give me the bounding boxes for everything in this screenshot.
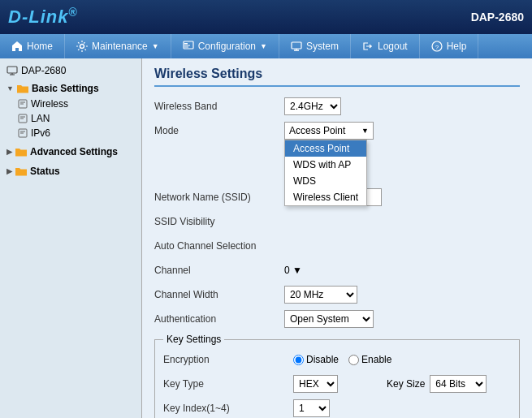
mode-dropdown-container: Access Point ▼ Access Point WDS with AP … — [284, 122, 374, 140]
header: D-Link® DAP-2680 — [0, 0, 532, 34]
nav-configuration-arrow: ▼ — [260, 42, 267, 50]
gear-icon — [76, 41, 88, 52]
sidebar-advanced-label: Advanced Settings — [30, 146, 118, 157]
sidebar-child-lan[interactable]: LAN — [0, 111, 141, 126]
key-index-label: Key Index(1~4) — [163, 403, 293, 414]
main-layout: DAP-2680 ▼ Basic Settings Wireless LAN I… — [0, 58, 532, 418]
ssid-visibility-row: SSID Visibility — [154, 212, 520, 231]
system-icon — [291, 41, 302, 52]
authentication-row: Authentication Open System WPA-Personal … — [154, 309, 520, 329]
encryption-enable-text: Enable — [361, 354, 391, 365]
sidebar-item-device[interactable]: DAP-2680 — [0, 62, 141, 79]
encryption-enable-radio[interactable] — [348, 355, 359, 365]
sidebar-child-ipv6[interactable]: IPv6 — [0, 126, 141, 140]
nav-logout-label: Logout — [378, 41, 408, 52]
nav-system-label: System — [306, 41, 339, 52]
encryption-disable-text: Disable — [306, 354, 339, 365]
nav-configuration-label: Configuration — [198, 41, 256, 52]
key-size-select[interactable]: 64 Bits 128 Bits — [430, 375, 487, 393]
svg-rect-2 — [184, 43, 188, 45]
auto-channel-label: Auto Channel Selection — [154, 240, 284, 252]
nav-help-label: Help — [447, 41, 467, 52]
sidebar-status-label: Status — [30, 166, 60, 177]
sidebar-child-wireless[interactable]: Wireless — [0, 97, 141, 111]
svg-rect-3 — [184, 45, 190, 46]
nav-maintenance-label: Maintenance — [92, 41, 148, 52]
sidebar-group-basic: ▼ Basic Settings Wireless LAN IPv6 — [0, 79, 141, 142]
page-icon-wireless — [18, 99, 28, 109]
sidebar-basic-settings[interactable]: ▼ Basic Settings — [0, 80, 141, 97]
encryption-radio-group: Disable Enable — [293, 354, 391, 365]
ssid-label: Network Name (SSID) — [154, 192, 284, 203]
mode-select-button[interactable]: Access Point ▼ — [284, 122, 374, 140]
mode-dropdown-arrow: ▼ — [361, 127, 369, 135]
key-index-select[interactable]: 1 2 3 4 — [293, 399, 330, 417]
mode-option-wireless-client[interactable]: Wireless Client — [285, 189, 366, 205]
config-icon — [183, 41, 194, 52]
encryption-enable-label[interactable]: Enable — [348, 354, 391, 365]
nav-home-label: Home — [27, 41, 53, 52]
sidebar-group-advanced: ▶ Advanced Settings — [0, 142, 141, 162]
sidebar-lan-label: LAN — [31, 113, 50, 124]
encryption-row: Encryption Disable Enable — [163, 350, 511, 369]
logo: D-Link® — [8, 6, 78, 28]
authentication-select[interactable]: Open System WPA-Personal WPA2-Personal W… — [284, 310, 374, 328]
channel-value: 0 ▼ — [284, 265, 302, 276]
folder-icon-status — [15, 166, 27, 176]
expand-icon-advanced: ▶ — [6, 148, 12, 156]
nav-maintenance-arrow: ▼ — [152, 42, 159, 50]
key-type-select[interactable]: HEX ASCII — [293, 375, 338, 393]
sidebar-device-label: DAP-2680 — [21, 65, 66, 76]
key-settings-fieldset: Key Settings Encryption Disable Enable K… — [154, 334, 520, 418]
wireless-band-select[interactable]: 2.4GHz 5GHz — [284, 97, 341, 115]
sidebar-advanced-settings[interactable]: ▶ Advanced Settings — [0, 144, 141, 160]
page-icon-lan — [18, 114, 28, 123]
nav-configuration[interactable]: Configuration ▼ — [171, 34, 279, 58]
logo-mark: ® — [68, 6, 77, 19]
mode-dropdown-menu: Access Point WDS with AP WDS Wireless Cl… — [284, 140, 367, 206]
expand-icon-status: ▶ — [6, 167, 12, 175]
home-icon — [11, 41, 23, 52]
channel-row: Channel 0 ▼ — [154, 261, 520, 280]
nav-home[interactable]: Home — [0, 34, 65, 58]
channel-label: Channel — [154, 265, 284, 276]
mode-selected-value: Access Point — [289, 125, 345, 136]
nav-system[interactable]: System — [279, 34, 351, 58]
logout-icon — [362, 41, 374, 52]
svg-rect-4 — [184, 47, 188, 48]
key-index-row: Key Index(1~4) 1 2 3 4 — [163, 399, 511, 418]
key-type-row: Key Type HEX ASCII Key Size 64 Bits 128 … — [163, 374, 511, 394]
channel-width-label: Channel Width — [154, 289, 284, 300]
mode-label: Mode — [154, 125, 284, 136]
nav-help[interactable]: ? Help — [420, 34, 479, 58]
sidebar: DAP-2680 ▼ Basic Settings Wireless LAN I… — [0, 58, 142, 418]
key-settings-legend: Key Settings — [163, 334, 224, 345]
channel-width-row: Channel Width 20 MHz 40 MHz — [154, 285, 520, 304]
encryption-disable-radio[interactable] — [293, 355, 304, 365]
svg-rect-10 — [7, 67, 17, 73]
svg-text:?: ? — [435, 44, 439, 51]
key-type-label: Key Type — [163, 378, 293, 390]
folder-icon-advanced — [15, 147, 27, 157]
mode-option-wds-with-ap[interactable]: WDS with AP — [285, 157, 366, 173]
sidebar-wireless-label: Wireless — [31, 98, 68, 110]
mode-row: Mode Access Point ▼ Access Point WDS wit… — [154, 121, 520, 140]
page-icon-ipv6 — [18, 128, 28, 138]
logo-text: D-Link — [8, 7, 68, 28]
wireless-band-row: Wireless Band 2.4GHz 5GHz — [154, 97, 520, 116]
key-size-label: Key Size — [387, 378, 425, 390]
encryption-disable-label[interactable]: Disable — [293, 354, 339, 365]
help-icon: ? — [431, 41, 443, 52]
expand-icon-basic: ▼ — [6, 84, 14, 93]
sidebar-status[interactable]: ▶ Status — [0, 163, 141, 179]
auto-channel-row: Auto Channel Selection — [154, 236, 520, 256]
computer-icon — [6, 65, 18, 76]
nav-logout[interactable]: Logout — [351, 34, 420, 58]
mode-option-wds[interactable]: WDS — [285, 173, 366, 189]
sidebar-group-status: ▶ Status — [0, 162, 141, 181]
sidebar-basic-label: Basic Settings — [32, 83, 99, 94]
navbar: Home Maintenance ▼ Configuration ▼ Syste… — [0, 34, 532, 58]
channel-width-select[interactable]: 20 MHz 40 MHz — [284, 286, 357, 304]
nav-maintenance[interactable]: Maintenance ▼ — [65, 34, 171, 58]
mode-option-access-point[interactable]: Access Point — [285, 140, 366, 157]
